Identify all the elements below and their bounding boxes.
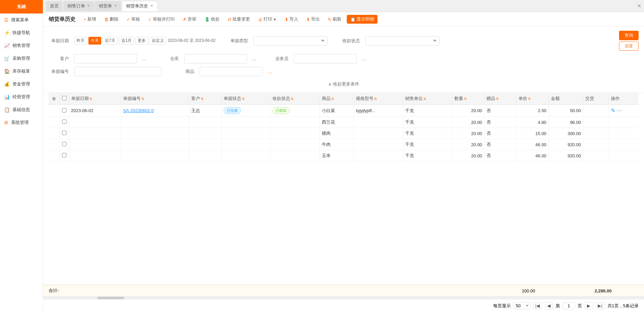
last-page-button[interactable]: ▶| — [595, 302, 605, 309]
staff-input[interactable] — [294, 54, 357, 63]
goods-input[interactable] — [200, 67, 262, 76]
tab-sales-history[interactable]: 销货单历史 ✕ — [122, 1, 158, 11]
settings-button[interactable]: 设置 — [619, 42, 639, 51]
tab-sales-goods[interactable]: 销货单 ✕ — [95, 1, 121, 11]
date-btn-more[interactable]: 更多 — [135, 37, 148, 45]
row-doc-no[interactable] — [121, 139, 189, 150]
sidebar-item-sales-mgmt[interactable]: 📈 销售管理 — [0, 39, 43, 52]
finance-icon: 💰 — [4, 81, 10, 87]
customer-ellipsis[interactable]: ... — [142, 56, 146, 61]
search-menu-icon: ☰ — [4, 17, 8, 23]
horizontal-scrollbar[interactable] — [43, 296, 644, 299]
col-qty[interactable]: 数量⇅ — [452, 93, 484, 105]
row-checkbox[interactable] — [59, 150, 69, 161]
doc-no-input[interactable] — [74, 67, 162, 76]
sidebar-item-inventory[interactable]: 🏠 库存核算 — [0, 65, 43, 78]
col-goods[interactable]: 商品⇅ — [320, 93, 354, 105]
page-title: 销货单历史 — [49, 16, 76, 23]
tab-home[interactable]: 首页 — [46, 1, 63, 11]
row-gift: 否 — [484, 105, 516, 117]
page-number-input[interactable] — [563, 302, 575, 309]
date-btn-yesterday[interactable]: 昨天 — [74, 37, 87, 45]
refresh-icon: ↻ — [328, 17, 332, 22]
col-spec[interactable]: 规格型号⇅ — [354, 93, 403, 105]
col-gear[interactable]: ⚙ — [49, 93, 59, 105]
type-label: 单据类型 — [228, 38, 248, 44]
col-doc-status[interactable]: 单据状态⇅ — [221, 93, 271, 105]
sidebar-item-sys-mgmt[interactable]: ⚙ 系统管理 — [0, 116, 43, 129]
per-page-select[interactable]: 50 100 200 — [513, 302, 530, 309]
col-unit[interactable]: 销售单位⇅ — [403, 93, 452, 105]
payment-label: 收款状态 — [340, 38, 360, 44]
tab-close-all[interactable]: ✕ — [637, 3, 641, 9]
type-select[interactable] — [253, 36, 328, 46]
staff-ellipsis[interactable]: ... — [362, 56, 366, 61]
row-checkbox[interactable] — [59, 117, 69, 128]
delete-button[interactable]: 🗑 删除 — [102, 15, 121, 24]
tab-sales-history-close[interactable]: ✕ — [150, 4, 153, 8]
tab-sales-order[interactable]: 销售订单 ✕ — [63, 1, 94, 11]
sidebar-item-operations[interactable]: 📊 经营管理 — [0, 90, 43, 103]
operations-icon: 📊 — [4, 94, 10, 100]
goods-ellipsis[interactable]: ... — [268, 69, 272, 74]
warehouse-input[interactable] — [184, 54, 247, 63]
import-button[interactable]: ⬇ 导入 — [282, 15, 301, 24]
abandon-button[interactable]: ✗ 弃审 — [180, 15, 199, 24]
sidebar-item-purchase-mgmt[interactable]: 🛒 采购管理 — [0, 52, 43, 65]
date-btn-7days[interactable]: 近7天 — [103, 37, 118, 45]
first-page-button[interactable]: |◀ — [533, 302, 542, 309]
batch-change-button[interactable]: ⇄ 批量变更 — [225, 15, 253, 24]
audit-button[interactable]: ✓ 审核 — [124, 15, 143, 24]
row-trade — [583, 150, 609, 161]
query-button[interactable]: 查询 — [619, 31, 639, 40]
collapse-button[interactable]: ∧ 收起更多条件 — [49, 80, 639, 88]
warehouse-ellipsis[interactable]: ... — [252, 56, 256, 61]
sort-icon-spec: ⇅ — [374, 97, 377, 101]
row-doc-no[interactable] — [121, 150, 189, 161]
row-customer: 王总 — [189, 105, 221, 117]
row-doc-no[interactable] — [121, 128, 189, 139]
row-doc-no[interactable]: SA-20230602-0 — [121, 105, 189, 117]
print-button[interactable]: 🖨 打印 ▼ — [255, 15, 279, 24]
date-btn-today[interactable]: 今天 — [88, 37, 101, 45]
customer-label: 客户 — [49, 56, 69, 62]
next-page-button[interactable]: ▶ — [585, 302, 593, 309]
goods-label: 商品 — [174, 69, 194, 75]
payment-select[interactable] — [365, 36, 440, 46]
edit-button[interactable]: ✎ — [611, 107, 615, 114]
tab-sales-goods-close[interactable]: ✕ — [114, 4, 117, 8]
row-actions — [609, 150, 639, 161]
date-btn-1month[interactable]: 近1月 — [119, 37, 134, 45]
row-checkbox[interactable] — [59, 128, 69, 139]
col-gift[interactable]: 赠品⇅ — [484, 93, 516, 105]
filter-row-3: 单据编号 商品 ... — [49, 67, 639, 76]
basic-info-icon: 📋 — [4, 107, 10, 112]
sidebar-item-finance[interactable]: 💰 资金管理 — [0, 78, 43, 90]
add-button[interactable]: + 新增 — [81, 15, 99, 24]
customer-input[interactable] — [74, 54, 137, 63]
col-customer[interactable]: 客户⇅ — [189, 93, 221, 105]
tab-sales-order-close[interactable]: ✕ — [87, 4, 90, 8]
select-all-checkbox[interactable] — [62, 96, 66, 100]
row-doc-no[interactable] — [121, 117, 189, 128]
collect-button[interactable]: 💲 收款 — [202, 15, 222, 24]
show-detail-button[interactable]: 📋 显示明细 — [347, 15, 377, 24]
row-qty: 20.00 — [452, 128, 484, 139]
row-checkbox[interactable] — [59, 139, 69, 150]
refresh-button[interactable]: ↻ 刷新 — [325, 15, 344, 24]
export-button[interactable]: ⬆ 导出 — [304, 15, 323, 24]
row-checkbox[interactable] — [59, 105, 69, 117]
col-pay-status[interactable]: 收款状态⇅ — [271, 93, 320, 105]
date-btn-custom[interactable]: 自定义 — [149, 37, 166, 45]
sort-icon-qty: ⇅ — [464, 97, 467, 101]
sidebar-item-basic-info[interactable]: 📋 基础信息 — [0, 103, 43, 116]
audit-print-button[interactable]: ✓ 审核并打印 — [145, 15, 177, 24]
col-doc-date[interactable]: 单据日期⇅ — [69, 93, 121, 105]
prev-page-button[interactable]: ◀ — [545, 302, 553, 309]
sidebar-item-search-menu[interactable]: ☰ 搜索菜单 — [0, 14, 43, 26]
more-button[interactable]: ⋯ — [617, 107, 622, 114]
filter-area: 单据日期 昨天 今天 近7天 近1月 更多 自定义 2023-06-02 至 2… — [43, 27, 644, 93]
col-price[interactable]: 单价⇅ — [516, 93, 549, 105]
sidebar-item-quick-nav[interactable]: ⚡ 快捷导航 — [0, 26, 43, 39]
col-doc-no[interactable]: 单据编号⇅ — [121, 93, 189, 105]
